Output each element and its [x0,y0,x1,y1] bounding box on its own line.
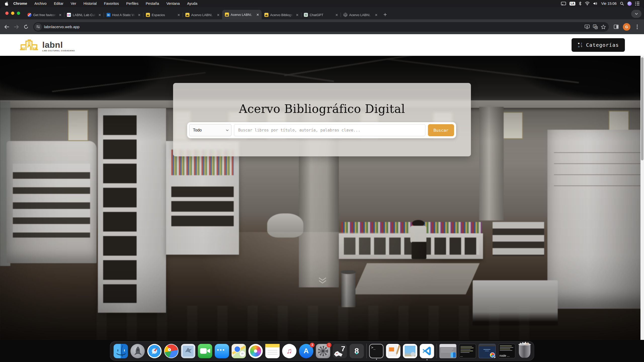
scrollbar-thumb[interactable] [641,57,643,160]
browser-toolbar: labnlacervo.web.app G G [0,19,644,34]
menu-item-perfiles[interactable]: Perfiles [124,2,141,6]
tab-acervo-labnl-active[interactable]: Acervo LABNL [222,10,262,19]
siri-icon[interactable] [627,2,632,6]
back-button[interactable] [3,23,11,31]
maximize-window-button[interactable] [17,12,20,15]
search-bar: Todo Buscar [187,122,456,138]
url-text[interactable]: labnlacervo.web.app [44,25,583,29]
dock-notes-icon[interactable] [265,344,280,358]
tab-close-icon[interactable] [295,13,299,17]
reload-button[interactable] [22,23,30,31]
screen-mirroring-icon[interactable] [561,2,566,6]
forward-button[interactable] [12,23,21,31]
menu-item-editar[interactable]: Editar [52,2,66,6]
site-settings-icon[interactable] [34,23,42,31]
tab-get-free-favicon[interactable]: Get free favicon - down [25,10,64,19]
dock-settings-icon[interactable]: 1 [316,344,330,358]
tab-close-icon[interactable] [98,13,102,17]
volume-icon[interactable] [593,2,598,5]
control-center-icon[interactable] [635,2,639,6]
menu-item-ver[interactable]: Ver [68,2,78,6]
dock: 3D ♫ A 3 1 7 8 >_ [110,341,534,361]
dock-terminal-icon[interactable]: >_ [369,344,384,358]
site-header: labnl LAB CULTURAL CIUDADANO ♥♪⌂ϟ Catego… [0,34,644,56]
labnl-building-icon [19,38,39,52]
tab-close-icon[interactable] [177,13,181,17]
dock-launchpad-icon[interactable] [131,344,145,358]
address-bar[interactable]: labnlacervo.web.app G [33,22,609,32]
input-source-icon[interactable]: LA [570,2,575,6]
dock-preview-icon[interactable] [403,344,417,358]
apple-menu-icon[interactable] [5,2,8,6]
categories-button[interactable]: ♥♪⌂ϟ Categorías [572,38,625,52]
search-filter-select[interactable]: Todo [189,124,231,136]
translate-icon[interactable]: G [591,23,599,31]
dock-messages-icon[interactable] [215,344,229,358]
maps-3d-glyph: 3D [239,351,246,357]
page-scrollbar[interactable] [640,56,644,340]
menu-item-ventana[interactable]: Ventana [164,2,182,6]
chatgpt-icon [304,13,308,17]
tab-chatgpt[interactable]: ChatGPT [301,10,341,19]
search-input[interactable] [234,124,425,136]
dock-maps-icon[interactable]: 3D [232,344,246,358]
minimized-node-label: node ... [500,354,510,357]
dock-app8-icon[interactable]: 8 [350,344,364,358]
new-tab-button[interactable] [382,11,389,18]
tab-espacios[interactable]: Espacios [143,10,183,19]
bluetooth-icon[interactable] [579,2,581,6]
dock-trash-icon[interactable] [519,344,531,358]
dock-music-icon[interactable]: ♫ [282,344,297,358]
tab-close-icon[interactable] [256,13,260,17]
minimize-window-button[interactable] [11,12,14,15]
labnl-favicon [146,13,150,17]
dock-mail-icon[interactable] [181,344,195,358]
tab-acervo-bibliografico[interactable]: Acervo Bibliográfico LA [262,10,301,19]
tab-labnl-lab-cultural[interactable]: LABNL Lab Cultural Ciu [64,10,104,19]
dock-chrome-icon[interactable] [164,344,179,358]
tab-acervo-labnl-1[interactable]: Acervo LABNL [183,10,222,19]
tab-close-icon[interactable] [216,13,220,17]
close-window-button[interactable] [5,12,9,15]
chevron-down-icon [226,129,229,131]
bookmark-star-icon[interactable] [599,23,607,31]
labnl-logo[interactable]: labnl LAB CULTURAL CIUDADANO [19,38,75,52]
search-button[interactable]: Buscar [428,124,454,136]
dock-finder-icon[interactable] [114,344,128,358]
page-content: labnl LAB CULTURAL CIUDADANO ♥♪⌂ϟ Catego… [0,34,644,362]
menu-item-ayuda[interactable]: Ayuda [185,2,200,6]
minimized-terminal-window[interactable]: ... [459,344,476,358]
dock-rhino-icon[interactable]: 7 [333,344,347,358]
tab-host-static-website[interactable]: in Host A Static Website O [104,10,143,19]
tab-close-icon[interactable] [58,13,62,17]
dock-facetime-icon[interactable] [198,344,212,358]
tab-close-icon[interactable] [335,13,339,17]
menu-clock[interactable]: Vie 15:06 [601,2,617,6]
labnl-favicon [185,13,189,17]
side-panel-icon[interactable] [612,23,620,31]
menu-item-historial[interactable]: Historial [81,2,99,6]
tab-close-icon[interactable] [374,13,378,17]
install-app-icon[interactable] [583,23,591,31]
minimized-node-window[interactable]: node ... [498,344,515,358]
dock-photos-icon[interactable] [249,344,263,358]
linkedin-icon: in [106,13,110,17]
menu-app-name[interactable]: Chrome [11,2,29,6]
dock-pages-icon[interactable] [386,344,400,358]
screen: Chrome Archivo Editar Ver Historial Favo… [0,0,644,362]
spotlight-icon[interactable] [620,2,624,6]
menu-item-favoritos[interactable]: Favoritos [102,2,121,6]
wifi-icon[interactable] [585,2,590,5]
minimized-finder-window[interactable] [439,344,457,358]
menu-item-archivo[interactable]: Archivo [32,2,49,6]
dock-safari-icon[interactable] [147,344,162,358]
tab-acervo-labnl-2[interactable]: Acervo LABNL [341,10,380,19]
dock-vscode-icon[interactable] [420,344,434,358]
minimized-chrome-window[interactable] [479,344,496,358]
tab-close-icon[interactable] [137,13,141,17]
profile-avatar[interactable]: G [623,23,630,31]
browser-menu-icon[interactable] [633,23,641,31]
tab-search-button[interactable] [631,10,641,18]
menu-item-pestana[interactable]: Pestaña [143,2,161,6]
dock-appstore-icon[interactable]: A 3 [299,344,313,358]
